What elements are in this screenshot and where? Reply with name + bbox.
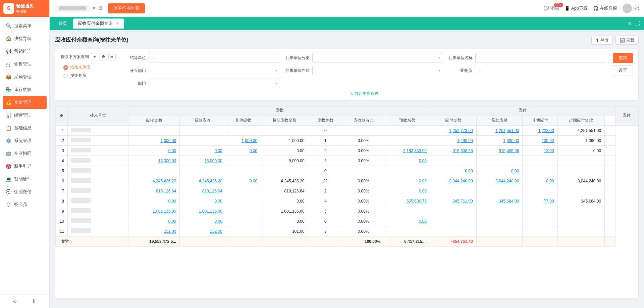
sidebar-item-sales[interactable]: 🛒 销售管理 [0, 58, 49, 71]
page-header: 应收应付余额查询(按往来单位) ⬆ 导出 🔄 刷新 [55, 36, 639, 45]
amount-link[interactable]: 0.00 [419, 179, 427, 183]
sidebar-item-enterprise[interactable]: 🏢 企业协同 [0, 147, 49, 160]
table-row: 3 0.00 0.00 0.00 0.00 9 0.00% 2,153,333.… [56, 146, 638, 156]
amount-link[interactable]: 4,345,436.20 [153, 179, 176, 183]
unit-category-input[interactable]: ▾ [312, 53, 443, 62]
amount-link[interactable]: 0.00 [168, 199, 176, 204]
sidebar-item-purchase[interactable]: 📦 采购管理 [0, 71, 49, 83]
message-button[interactable]: 💬 消息 99+ [544, 5, 559, 11]
sidebar-item-member[interactable]: ⬡ 畅会员 [0, 198, 49, 211]
amount-link[interactable]: 0.00 [250, 148, 257, 153]
sidebar-item-hardware[interactable]: 💻 智能硬件 [0, 173, 49, 185]
amount-link[interactable]: 2,153,333.00 [403, 148, 427, 153]
sidebar-item-guide[interactable]: 🎯 新手引导 [0, 160, 49, 173]
amount-link[interactable]: 1,490.00 [457, 138, 473, 143]
app-download-link[interactable]: 📱 App下载 [565, 5, 588, 11]
sidebar-item-search[interactable]: 🔍 搜索菜单 [0, 19, 49, 32]
add-scheme-button[interactable]: + [91, 53, 98, 60]
export-button[interactable]: ⬆ 导出 [591, 36, 613, 45]
sidebar-item-system[interactable]: ⚙️ 系统管理 [0, 134, 49, 147]
salesman-input[interactable]: ··· [475, 66, 606, 75]
online-service-button[interactable]: 🎧 在线客服 [593, 5, 617, 11]
amount-link[interactable]: 152.00 [164, 229, 176, 234]
table-settings-icon[interactable]: ⚙ [60, 113, 63, 118]
amount-link[interactable]: 655,636.75 [407, 199, 427, 204]
tab-report[interactable]: 应收应付余额查询 ✕ [73, 18, 124, 29]
amount-link[interactable]: 77.00 [544, 199, 554, 204]
sidebar-item-quicknav[interactable]: 🏠 快捷导航 [0, 32, 49, 45]
amount-link[interactable]: 1,390.00 [503, 138, 519, 143]
scheme-collapse-button[interactable]: « [108, 53, 116, 60]
amount-link[interactable]: 0.00 [168, 148, 176, 153]
settings-button[interactable]: 设置 [613, 65, 633, 76]
amount-link[interactable]: 1,251,551.00 [495, 128, 519, 133]
scheme-settings-button[interactable]: ⚙ [100, 53, 107, 60]
sidebar-collapse-icon[interactable]: ⏸ [32, 298, 37, 305]
refresh-button[interactable]: 🔄 刷新 [615, 36, 639, 45]
table-cell [476, 206, 523, 216]
amount-link[interactable]: 1,252,773.00 [449, 128, 473, 133]
sidebar-item-operations[interactable]: 📊 经营管理 [0, 109, 49, 122]
tab-expand-button[interactable]: ⛶ [635, 20, 640, 27]
filter-field-dept: 分管部门 ▾ [122, 66, 280, 75]
query-button[interactable]: 查询 [613, 53, 633, 63]
data-table: ⚙ 往来单位 应收 应付 应付 应收金额 贷款应收 其他应收 超期应收金额 应收… [55, 105, 638, 247]
masked-value [71, 188, 91, 193]
settings-icon[interactable]: ⚙ [98, 5, 103, 11]
collapse-button[interactable]: ∧ 收起更多条件 [350, 91, 379, 96]
amount-link[interactable]: 3,044,240.00 [449, 179, 473, 183]
amount-link[interactable]: 0.00 [546, 179, 554, 183]
page-title: 应收应付余额查询(按往来单位) [55, 37, 128, 44]
sidebar-settings-icon[interactable]: ⚙ [12, 298, 17, 305]
amount-link[interactable]: 0.00 [214, 219, 222, 224]
tab-home[interactable]: 首页 [54, 18, 72, 29]
amount-link[interactable]: 0.00 [214, 199, 222, 204]
tab-close-button[interactable]: ✕ [628, 20, 632, 27]
sidebar-item-inventory[interactable]: 🏪 库存核算 [0, 83, 49, 96]
user-profile[interactable]: Rit [623, 4, 639, 13]
settlement-input[interactable]: ··· [149, 53, 280, 62]
filter-option-by-staff[interactable]: 按业务员 [61, 72, 118, 80]
sidebar-item-finance[interactable]: 💰 资金管理 [3, 96, 47, 109]
filter-option-by-unit[interactable]: 🏢 按往来单位 [61, 63, 118, 72]
tab-close-icon[interactable]: ✕ [116, 21, 119, 26]
unit-name-input[interactable] [475, 53, 606, 62]
amount-link[interactable]: 4,345,436.20 [199, 179, 222, 183]
department-input[interactable]: ▾ [149, 79, 280, 88]
amount-link[interactable]: 915,495.56 [499, 148, 519, 153]
solution-button[interactable]: 体验行业方案 [108, 3, 145, 13]
amount-link[interactable]: 100.00 [542, 138, 554, 143]
amount-link[interactable]: 0.00 [419, 219, 427, 224]
sidebar-item-base[interactable]: 📋 基础信息 [0, 122, 49, 134]
amount-link[interactable]: 1,222.00 [538, 128, 554, 133]
amount-link[interactable]: 1,000.00 [241, 138, 257, 143]
amount-link[interactable]: 810,126.64 [156, 189, 176, 193]
amount-link[interactable]: 0.00 [419, 189, 427, 193]
amount-link[interactable]: 1,001,135.00 [153, 209, 176, 214]
amount-link[interactable]: 915,508.56 [453, 148, 473, 153]
amount-link[interactable]: 0.00 [465, 169, 473, 173]
amount-link[interactable]: 0.00 [168, 219, 176, 224]
sidebar-item-marketing[interactable]: 📢 营销推广 [0, 45, 49, 58]
amount-link[interactable]: 18,000.00 [158, 159, 176, 163]
unit-nature-input[interactable]: ▾ [312, 66, 443, 75]
amount-link[interactable]: 0.00 [511, 169, 519, 173]
amount-link[interactable]: 1,001,135.00 [199, 209, 222, 214]
dropdown-icon[interactable]: ▾ [93, 5, 95, 11]
amount-link[interactable]: 345,684.00 [499, 199, 519, 204]
amount-link[interactable]: 3,044,240.00 [495, 179, 519, 183]
amount-link[interactable]: 13.00 [544, 148, 554, 153]
amount-link[interactable]: 0.00 [214, 148, 222, 153]
amount-link[interactable]: 345,761.00 [453, 199, 473, 204]
amount-link[interactable]: 18,000.00 [204, 159, 222, 163]
sidebar-item-label: 系统管理 [14, 138, 32, 144]
table-cell: 0.00% [343, 226, 384, 236]
amount-link[interactable]: 152.00 [210, 229, 222, 234]
amount-link[interactable]: 810,126.64 [202, 189, 222, 193]
sidebar-item-wechat[interactable]: 💬 企业微信 [0, 185, 49, 198]
amount-link[interactable]: 1,000.00 [160, 138, 176, 143]
masked-value [71, 148, 91, 152]
dept-input[interactable]: ▾ [149, 66, 280, 75]
amount-link[interactable]: 0.00 [419, 159, 427, 163]
amount-link[interactable]: 0.00 [250, 179, 257, 183]
